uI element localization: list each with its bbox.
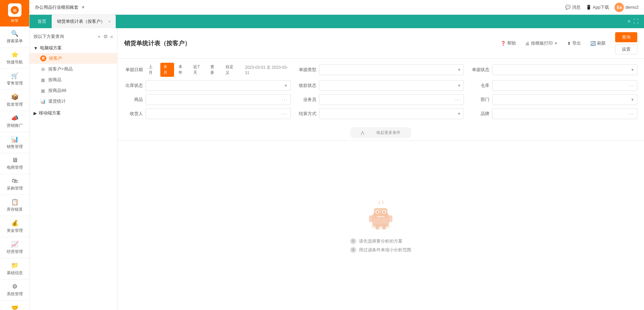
tab-active-label: 销货单统计表（按客户） <box>57 18 105 24</box>
avatar: Ea <box>614 3 624 12</box>
date-tab-this-month[interactable]: 本月 <box>160 63 174 77</box>
left-panel: 按以下方案查询 + ⚙ « ▼ 电脑端方案 按 按客户 ⊞ 按客 <box>30 28 117 310</box>
payment-control[interactable]: ▼ <box>319 108 464 119</box>
sidebar-label-search-menu: 搜索菜单 <box>7 38 23 44</box>
salesperson-control[interactable]: ··· <box>319 94 464 105</box>
warehouse-control[interactable]: ··· <box>492 80 637 91</box>
scheme-item-by-customer[interactable]: 按 按客户 <box>30 53 117 64</box>
tab-restore-btn[interactable]: × <box>628 18 631 24</box>
sidebar-label-ecommerce: 电商管理 <box>7 165 23 170</box>
collapse-bar[interactable]: ⋀ 收起更多条件 <box>117 125 644 141</box>
collect-status-label: 收款状态 <box>298 83 316 89</box>
sidebar-item-inventory[interactable]: 📋库存核算 <box>0 195 29 216</box>
add-scheme-btn[interactable]: + <box>98 34 101 40</box>
content-area: 按以下方案查询 + ⚙ « ▼ 电脑端方案 按 按客户 ⊞ 按客 <box>30 28 644 310</box>
tab-close-btn[interactable]: × <box>108 19 110 23</box>
sidebar-item-operation[interactable]: 📈经营管理 <box>0 237 29 258</box>
query-btn[interactable]: 查询 <box>615 32 637 42</box>
sidebar-item-search-menu[interactable]: 🔍搜索菜单 <box>0 27 29 48</box>
doc-status-control[interactable]: ▼ <box>492 64 637 75</box>
date-tab-this-year[interactable]: 本年 <box>175 63 189 77</box>
goods-label: 商品 <box>124 97 143 103</box>
sidebar-icon-quick-nav: ⭐ <box>11 51 18 58</box>
sidebar-item-enterprise[interactable]: 🤝企业协同 <box>0 301 29 310</box>
sidebar-icon-system: ⚙ <box>12 283 17 290</box>
user-menu[interactable]: Ea demo2 <box>614 3 639 12</box>
settings-btn[interactable]: 设置 <box>615 44 637 54</box>
return-stats-icon: 📊 <box>40 99 46 104</box>
tab-home[interactable]: 首页 <box>32 15 52 28</box>
date-tab-more[interactable]: 更多 <box>207 63 221 77</box>
topbar-dropdown-icon[interactable]: ▼ <box>81 5 85 10</box>
doc-status-arrow: ▼ <box>631 68 634 72</box>
brand-control[interactable]: ··· <box>492 108 637 119</box>
print-icon: 🖨 <box>525 41 530 46</box>
sidebar-item-basic[interactable]: 📁基础信息 <box>0 258 29 279</box>
help-btn[interactable]: ❓ 帮助 <box>498 39 519 48</box>
filter-row-1: 单据日期 上月 本月 本年 近7天 更多 自定义 2023-03-01 至 20… <box>124 63 637 77</box>
goods-99-icon: ▦ <box>40 88 46 93</box>
app-logo: 畅 标管 <box>0 0 30 27</box>
filter-payment: 结算方式 ▼ <box>298 108 464 119</box>
collect-status-control[interactable]: ▼ <box>319 80 464 91</box>
svg-point-8 <box>383 211 385 213</box>
collapse-panel-btn[interactable]: « <box>110 34 113 40</box>
sidebar-item-retail[interactable]: 🛒零售管理 <box>0 69 29 90</box>
app-logo-text: 标管 <box>11 18 18 23</box>
filter-out-status: 出库状态 ▼ <box>124 80 291 91</box>
sidebar-item-system[interactable]: ⚙系统管理 <box>0 279 29 301</box>
sidebar-item-wholesale[interactable]: 📦批发管理 <box>0 90 29 111</box>
doc-type-control[interactable]: ▼ <box>319 64 464 75</box>
customer-goods-icon: ⊞ <box>40 66 46 72</box>
mobile-group-label: 移动端方案 <box>39 110 61 116</box>
date-tab-last-7[interactable]: 近7天 <box>190 63 206 77</box>
scheme-item-return-stats[interactable]: 📊 退货统计 <box>30 96 117 107</box>
sidebar-label-basic: 基础信息 <box>7 270 23 276</box>
export-btn[interactable]: ⬆ 导出 <box>565 39 584 48</box>
goods-control[interactable]: ··· <box>146 94 291 105</box>
sidebar-item-purchase[interactable]: 🛍采购管理 <box>0 174 29 195</box>
salesperson-dots: ··· <box>455 97 461 102</box>
out-status-arrow: ▼ <box>284 84 288 88</box>
sidebar-item-quick-nav[interactable]: ⭐快捷导航 <box>0 48 29 69</box>
out-status-control[interactable]: ▼ <box>146 80 291 91</box>
print-btn[interactable]: 🖨 按模板打印 ▼ <box>523 39 560 48</box>
dept-control[interactable]: ▼ <box>492 94 637 105</box>
salesperson-label: 业务员 <box>298 97 316 103</box>
sidebar-label-quick-nav: 快捷导航 <box>7 59 23 65</box>
empty-hint-2: ② 用过滤条件来缩小分析范围 <box>350 247 411 253</box>
print-dropdown-arrow[interactable]: ▼ <box>554 41 558 45</box>
sidebar-item-marketing[interactable]: 📣营销推广 <box>0 111 29 132</box>
sidebar-icon-search-menu: 🔍 <box>11 30 18 37</box>
date-tabs: 上月 本月 本年 近7天 更多 自定义 <box>146 63 239 77</box>
main-area: 办公用品行业模拟账套 ▼ 💬 消息 📱 App下载 Ea demo2 首页 销货… <box>30 0 644 310</box>
date-tab-custom[interactable]: 自定义 <box>222 63 240 77</box>
receiver-control[interactable]: ··· <box>146 108 291 119</box>
svg-rect-10 <box>369 215 373 222</box>
filter-row-3: 商品 ··· 业务员 ··· 部门 <box>124 94 637 105</box>
svg-text:畅: 畅 <box>13 8 16 12</box>
svg-rect-12 <box>376 225 379 229</box>
refresh-btn[interactable]: 🔄 刷新 <box>588 39 608 48</box>
scheme-item-customer-goods[interactable]: ⊞ 按客户+商品 <box>30 64 117 74</box>
collapse-label: ⋀ 收起更多条件 <box>350 127 411 138</box>
message-btn[interactable]: 💬 消息 <box>565 4 581 10</box>
mobile-group-title[interactable]: ▶ 移动端方案 <box>30 108 117 118</box>
scheme-item-goods-99[interactable]: ▦ 按商品99 <box>30 85 117 96</box>
sidebar-item-sales[interactable]: 📊销售管理 <box>0 132 29 153</box>
sidebar-label-purchase: 采购管理 <box>7 186 23 191</box>
export-label: 导出 <box>572 40 581 46</box>
desktop-group-title[interactable]: ▼ 电脑端方案 <box>30 43 117 53</box>
sidebar-item-ecommerce[interactable]: 🖥电商管理 <box>0 153 29 174</box>
sidebar-icon-retail: 🛒 <box>11 72 18 80</box>
settings-scheme-btn[interactable]: ⚙ <box>103 34 108 40</box>
sidebar-item-finance[interactable]: 💰资金管理 <box>0 216 29 237</box>
collapse-text: 收起更多条件 <box>371 128 406 137</box>
tab-sales-stats[interactable]: 销货单统计表（按客户） × <box>52 15 116 28</box>
app-download-btn[interactable]: 📱 App下载 <box>586 4 609 10</box>
desktop-scheme-group: ▼ 电脑端方案 按 按客户 ⊞ 按客户+商品 ▦ 按商品 ▦ 按商品99 <box>30 43 117 107</box>
tab-maximize-btn[interactable]: ⛶ <box>633 18 639 24</box>
date-tab-last-month[interactable]: 上月 <box>146 63 159 77</box>
scheme-item-by-goods[interactable]: ▦ 按商品 <box>30 74 117 85</box>
empty-state: ① 请先选择要分析的方案 ② 用过滤条件来缩小分析范围 <box>117 141 644 310</box>
